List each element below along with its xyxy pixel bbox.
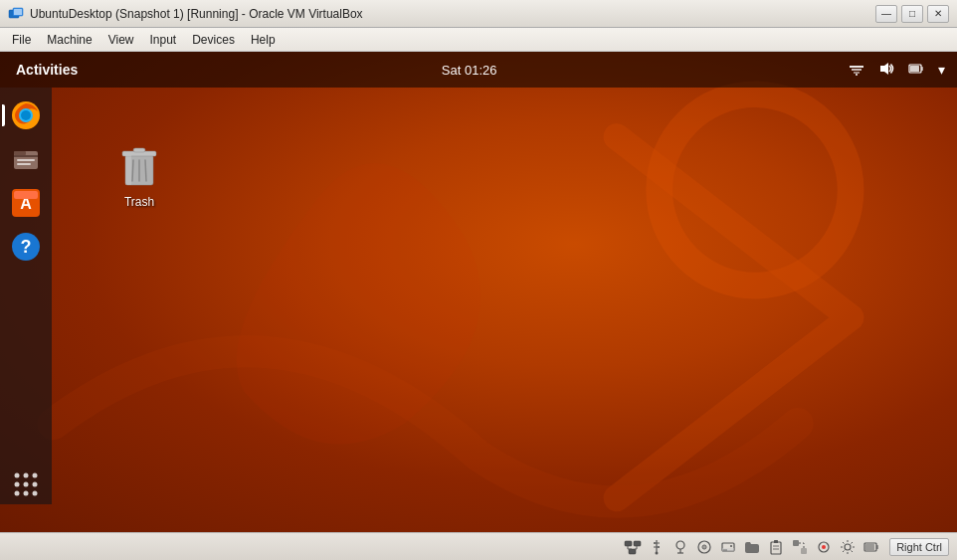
activities-button[interactable]: Activities [0,52,94,88]
dock-help[interactable]: ? [6,227,46,267]
panel-clock[interactable]: Sat 01:26 [94,63,845,78]
statusbar-clipboard-icon[interactable] [766,538,786,556]
unity-dock: A ? [0,88,52,504]
svg-rect-41 [625,541,632,546]
svg-rect-4 [850,66,863,68]
svg-line-39 [145,160,146,181]
desktop-background-art [0,52,957,532]
svg-rect-69 [876,545,878,549]
svg-rect-19 [17,163,31,165]
svg-text:?: ? [21,237,32,257]
svg-point-28 [15,482,20,487]
svg-rect-17 [14,155,38,157]
minimize-button[interactable]: — [875,5,897,23]
svg-point-14 [21,110,31,120]
statusbar-recording-icon[interactable] [814,538,834,556]
statusbar-audio-icon[interactable] [670,538,690,556]
svg-rect-40 [125,155,131,185]
svg-rect-22 [14,191,38,199]
dock-firefox[interactable] [6,95,46,135]
ubuntu-top-panel: Activities Sat 01:26 [0,52,957,88]
statusbar-settings-icon[interactable] [838,538,858,556]
desktop-icon-trash[interactable]: Trash [99,139,179,213]
svg-rect-70 [865,544,874,550]
svg-point-31 [15,491,20,496]
dock-show-applications[interactable] [6,465,46,504]
svg-rect-10 [921,67,923,71]
menu-help[interactable]: Help [243,31,284,49]
menu-devices[interactable]: Devices [184,31,243,49]
menu-file[interactable]: File [4,31,39,49]
svg-rect-11 [910,66,919,72]
trash-icon [115,143,163,191]
statusbar-sharedfolder-icon[interactable] [742,538,762,556]
svg-rect-6 [854,72,860,74]
svg-point-29 [24,482,29,487]
dock-files[interactable] [6,139,46,179]
statusbar-usb-icon[interactable] [647,538,667,556]
svg-point-66 [822,545,826,549]
network-panel-icon[interactable] [845,57,868,84]
menu-view[interactable]: View [100,31,142,49]
panel-right-area: ▾ [845,57,957,84]
svg-point-7 [856,74,858,76]
svg-point-67 [845,544,851,550]
right-ctrl-label: Right Ctrl [889,538,949,556]
title-bar-buttons: — □ ✕ [875,5,949,23]
svg-point-33 [33,491,38,496]
statusbar-optical-icon[interactable] [694,538,714,556]
svg-rect-56 [722,548,734,551]
svg-line-37 [132,160,133,181]
battery-panel-icon[interactable] [904,57,928,84]
title-bar: UbuntuDesktop (Snapshot 1) [Running] - O… [0,0,957,28]
svg-rect-36 [133,148,145,152]
svg-point-25 [15,473,20,478]
svg-rect-18 [17,159,35,161]
volume-panel-icon[interactable] [874,57,898,84]
svg-rect-2 [14,9,22,15]
svg-rect-16 [14,151,26,155]
statusbar-network-icon[interactable] [623,538,643,556]
statusbar-hdd-icon[interactable] [718,538,738,556]
maximize-button[interactable]: □ [901,5,923,23]
svg-point-48 [656,551,659,554]
panel-dropdown-icon[interactable]: ▾ [934,58,949,82]
statusbar-battery-icon[interactable] [861,538,881,556]
menu-bar: File Machine View Input Devices Help [0,28,957,52]
dock-software-center[interactable]: A [6,183,46,223]
window-title: UbuntuDesktop (Snapshot 1) [Running] - O… [30,7,875,21]
svg-point-30 [33,482,38,487]
svg-point-27 [33,473,38,478]
close-button[interactable]: ✕ [927,5,949,23]
svg-point-49 [676,541,684,549]
menu-input[interactable]: Input [142,31,185,49]
svg-marker-8 [880,63,888,75]
svg-rect-5 [852,69,861,71]
virtualbox-statusbar: Right Ctrl [0,532,957,560]
virtualbox-window: UbuntuDesktop (Snapshot 1) [Running] - O… [0,0,957,560]
svg-point-26 [24,473,29,478]
svg-point-32 [24,491,29,496]
svg-point-57 [730,545,732,547]
ubuntu-desktop: Activities Sat 01:26 [0,52,957,532]
virtualbox-icon [8,6,24,22]
menu-machine[interactable]: Machine [39,31,99,49]
svg-rect-63 [793,540,799,546]
trash-label: Trash [124,195,154,209]
svg-rect-64 [801,548,807,554]
svg-point-54 [703,546,705,548]
svg-rect-42 [634,541,641,546]
svg-rect-43 [629,549,636,554]
svg-rect-60 [774,540,778,543]
statusbar-draganddrop-icon[interactable] [790,538,810,556]
svg-rect-59 [771,542,781,554]
